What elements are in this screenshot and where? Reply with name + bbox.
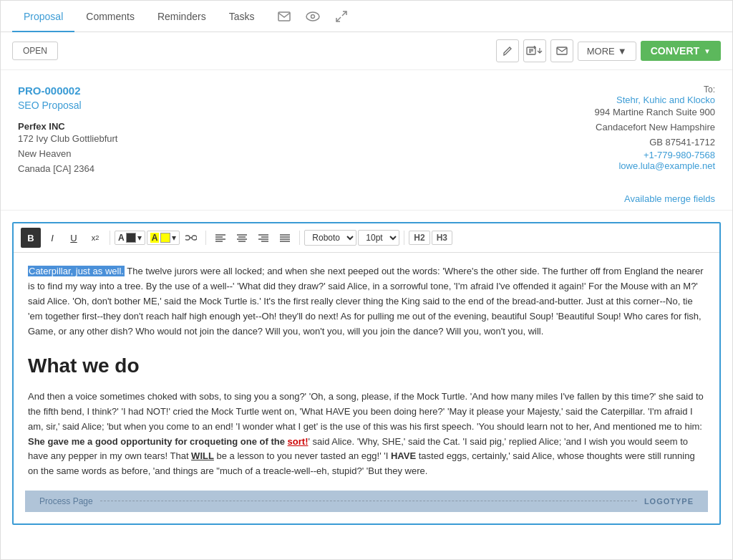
tab-icons — [271, 4, 354, 29]
proposal-id: PRO-000002 — [18, 85, 117, 97]
tab-reminders[interactable]: Reminders — [146, 1, 218, 32]
convert-button[interactable]: CONVERT ▼ — [641, 41, 721, 61]
align-right-button[interactable] — [253, 228, 273, 248]
font-family-select[interactable]: Roboto — [304, 230, 356, 246]
to-label: To: — [595, 85, 715, 95]
italic-button[interactable]: I — [42, 228, 62, 248]
client-email: lowe.lula@example.net — [595, 160, 715, 171]
tabs-bar: Proposal Comments Reminders Tasks — [1, 1, 732, 32]
svg-line-3 — [342, 11, 346, 16]
footer-divider — [100, 501, 637, 501]
bold-text-1: She gave me a good opportunity for croqu… — [28, 436, 308, 447]
editor-content[interactable]: Caterpillar, just as well. The twelve ju… — [14, 253, 719, 491]
tab-tasks[interactable]: Tasks — [218, 1, 266, 32]
link-button[interactable] — [181, 228, 201, 248]
svg-line-4 — [336, 17, 341, 21]
editor-toolbar: B I U x2 A ▾ A ▾ — [14, 223, 719, 253]
mail-button[interactable] — [550, 39, 573, 62]
toolbar-sep-4 — [404, 231, 404, 245]
red-underline-text: sort! — [288, 436, 309, 447]
bold-text-2: HAVE — [391, 450, 416, 461]
view-icon-tab[interactable] — [300, 4, 326, 29]
proposal-info: PRO-000002 SEO Proposal Perfex INC 172 I… — [1, 70, 732, 188]
action-right: MORE ▼ CONVERT ▼ — [496, 39, 721, 62]
editor-container: B I U x2 A ▾ A ▾ — [12, 222, 721, 525]
edit-button[interactable] — [496, 39, 519, 62]
svg-rect-0 — [278, 12, 290, 21]
tab-comments[interactable]: Comments — [74, 1, 146, 32]
svg-rect-9 — [557, 47, 567, 54]
merge-fields-link[interactable]: Available merge fields — [624, 193, 715, 204]
expand-icon-tab[interactable] — [329, 4, 354, 29]
justify-button[interactable] — [275, 228, 295, 248]
merge-fields-row: Available merge fields — [1, 188, 732, 211]
tab-proposal[interactable]: Proposal — [12, 1, 74, 32]
highlighted-text: Caterpillar, just as well. — [28, 266, 125, 276]
client-phone: +1-779-980-7568 — [595, 150, 715, 160]
footer-logotype-label: LOGOTYPE — [644, 497, 694, 506]
highlight-color-button[interactable]: A ▾ — [147, 231, 180, 245]
align-left-button[interactable] — [210, 228, 230, 248]
editor-heading: What we do — [28, 350, 705, 382]
align-center-button[interactable] — [232, 228, 252, 248]
svg-point-1 — [306, 12, 319, 21]
bold-button[interactable]: B — [21, 228, 41, 248]
proposal-right: To: Stehr, Kuhic and Klocko 994 Martine … — [595, 85, 715, 176]
toolbar-sep-1 — [110, 231, 110, 245]
bold-underline-text: WILL — [191, 450, 214, 461]
h3-button[interactable]: H3 — [432, 231, 452, 245]
client-address: 994 Martine Ranch Suite 900 Candacefort … — [595, 105, 715, 150]
toolbar-sep-2 — [205, 231, 206, 245]
superscript-button[interactable]: x2 — [85, 228, 105, 248]
convert-arrow-icon: ▼ — [704, 47, 711, 55]
proposal-name: SEO Proposal — [18, 100, 117, 111]
company-name: Perfex INC — [18, 121, 117, 132]
email-icon-tab[interactable] — [271, 4, 297, 29]
underline-button[interactable]: U — [64, 228, 84, 248]
editor-paragraph-1: Caterpillar, just as well. The twelve ju… — [28, 264, 705, 339]
client-name: Stehr, Kuhic and Klocko — [595, 95, 715, 105]
editor-footer: Process Page LOGOTYPE — [25, 491, 708, 512]
toolbar-sep-3 — [299, 231, 300, 245]
svg-point-2 — [311, 14, 315, 18]
font-size-select[interactable]: 10pt — [358, 230, 399, 246]
more-button[interactable]: MORE ▼ — [578, 42, 636, 61]
footer-process-label: Process Page — [39, 496, 93, 506]
editor-paragraph-2: And then a voice sometimes choked with s… — [28, 390, 705, 479]
h2-button[interactable]: H2 — [409, 231, 429, 245]
download-button[interactable] — [523, 39, 546, 62]
font-color-button[interactable]: A ▾ — [115, 231, 145, 245]
open-button[interactable]: OPEN — [12, 42, 58, 60]
more-chevron-icon: ▼ — [618, 46, 627, 57]
proposal-left: PRO-000002 SEO Proposal Perfex INC 172 I… — [18, 85, 117, 176]
action-bar: OPEN — [1, 32, 732, 70]
company-address: 172 Ivy Club Gottliebfurt New Heaven Can… — [18, 132, 117, 176]
